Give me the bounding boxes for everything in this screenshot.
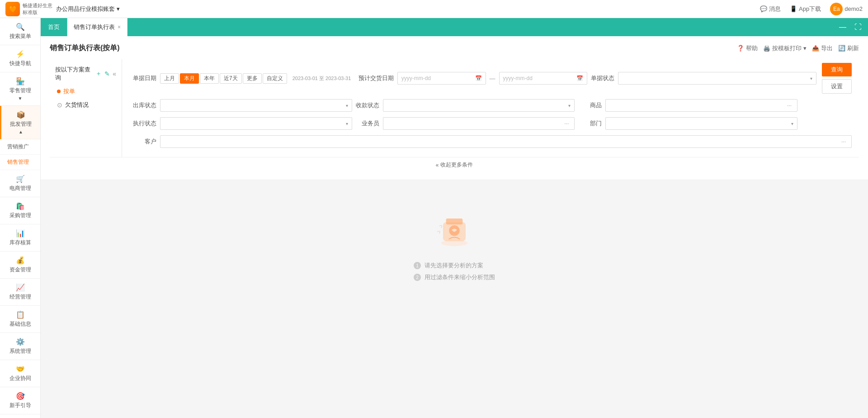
collapse-scheme-btn[interactable]: « — [113, 70, 116, 78]
date-tab-last-7-days[interactable]: 近7天 — [220, 73, 242, 84]
collect-status-filter-group: 收款状态 ▾ — [352, 99, 575, 112]
exec-status-select[interactable]: ▾ — [160, 117, 352, 130]
sidebar-item-purchase[interactable]: 🛍️ 采购管理 — [0, 197, 40, 224]
date-tab-custom[interactable]: 自定义 — [263, 73, 287, 84]
empty-state: 1 请先选择要分析的方案 2 用过滤条件来缩小分析范围 — [41, 180, 868, 309]
tab-close-btn[interactable]: × — [118, 24, 121, 30]
sidebar-item-basic[interactable]: 📋 基础信息 — [0, 306, 40, 333]
sidebar-item-system[interactable]: ⚙️ 系统管理 — [0, 333, 40, 360]
app-download-btn[interactable]: 📱 App下载 — [790, 5, 821, 13]
collapse-more-btn[interactable]: « 收起更多条件 — [50, 157, 859, 172]
date-tab-this-month[interactable]: 本月 — [180, 73, 199, 84]
goods-filter-group: 商品 ··· — [575, 99, 797, 112]
sidebar-item-app-center[interactable]: 📱 应用中心 — [0, 414, 40, 418]
doc-status-label: 单据状态 — [587, 74, 614, 82]
filter-row-4: 客户 ··· — [129, 135, 852, 148]
minimize-window-btn[interactable]: — — [837, 21, 848, 33]
customer-label: 客户 — [129, 138, 156, 146]
refresh-btn[interactable]: 🔄 刷新 — [838, 44, 859, 52]
inventory-icon: 📊 — [16, 229, 25, 238]
salesperson-filter-group: 业务员 ··· — [352, 117, 575, 130]
user-profile[interactable]: Ea demo2 — [830, 3, 863, 15]
doc-status-filter-group: 单据状态 ▾ — [587, 72, 816, 85]
customer-filter-group: 客户 ··· — [129, 135, 852, 148]
exec-status-arrow-icon: ▾ — [346, 121, 348, 126]
tab-sales-order[interactable]: 销售订单执行表 × — [67, 18, 127, 36]
filter-panel: 销售订单执行表(按单) ❓ 帮助 🖨️ 按模板打印 ▾ 📤 — [41, 36, 868, 180]
help-btn[interactable]: ❓ 帮助 — [737, 44, 758, 52]
tab-home[interactable]: 首页 — [41, 18, 67, 36]
message-btn[interactable]: 💬 消息 — [760, 5, 781, 13]
calendar-icon: 📅 — [475, 75, 482, 81]
quick-nav-icon: ⚡ — [16, 50, 25, 58]
print-btn[interactable]: 🖨️ 按模板打印 ▾ — [763, 44, 807, 52]
collect-status-arrow-icon: ▾ — [568, 103, 571, 108]
goods-select[interactable]: ··· — [605, 99, 797, 112]
empty-tip-1: 1 请先选择要分析的方案 — [414, 261, 483, 270]
doc-status-select[interactable]: ▾ — [618, 72, 816, 85]
out-status-filter-group: 出库状态 ▾ — [129, 99, 352, 112]
query-btn[interactable]: 查询 — [822, 63, 852, 76]
empty-illustration — [432, 207, 477, 252]
customer-more-icon[interactable]: ··· — [840, 138, 848, 145]
expected-date-filter-group: 预计交货日期 yyyy-mm-dd 📅 — yyyy-mm-dd 📅 — [359, 72, 588, 85]
expand-icon: ▼ — [18, 96, 23, 101]
add-scheme-btn[interactable]: ＋ — [95, 70, 102, 78]
sidebar-item-wholesale[interactable]: 📦 批发管理 ▲ — [0, 106, 40, 139]
edit-scheme-btn[interactable]: ✎ — [104, 70, 110, 78]
sidebar-item-quick-nav[interactable]: ⚡ 快捷导航 — [0, 45, 40, 72]
maximize-window-btn[interactable]: ⛶ — [853, 21, 863, 33]
ecommerce-icon: 🛒 — [16, 175, 25, 183]
print-arrow-icon: ▾ — [803, 45, 807, 52]
sidebar-item-inventory[interactable]: 📊 库存核算 — [0, 224, 40, 252]
enterprise-icon: 🤝 — [16, 365, 25, 373]
sidebar-item-newbie[interactable]: 🎯 新手引导 — [0, 387, 40, 414]
collect-status-select[interactable]: ▾ — [383, 99, 575, 112]
scheme-item-order[interactable]: 按单 — [53, 85, 118, 98]
operations-icon: 📈 — [16, 283, 25, 292]
goods-more-icon[interactable]: ··· — [785, 102, 793, 109]
date-tab-this-year[interactable]: 本年 — [200, 73, 219, 84]
sidebar-item-operations[interactable]: 📈 经营管理 — [0, 279, 40, 306]
customer-select[interactable]: ··· — [160, 135, 852, 148]
scheme-item-debt[interactable]: ⊙ 欠货情况 — [53, 98, 118, 112]
date-tab-last-month[interactable]: 上月 — [160, 73, 179, 84]
logo[interactable]: 🧡 畅捷通好生意 标准版 — [5, 2, 52, 16]
date-tab-more[interactable]: 更多 — [243, 73, 262, 84]
settings-btn[interactable]: 设置 — [822, 79, 852, 94]
sidebar-sub-item-marketing[interactable]: 营销推广 — [0, 139, 40, 155]
collect-status-label: 收款状态 — [352, 101, 379, 109]
export-icon: 📤 — [812, 45, 819, 52]
expected-date-to[interactable]: yyyy-mm-dd 📅 — [499, 72, 588, 85]
doc-status-arrow-icon: ▾ — [810, 76, 812, 81]
top-bar-right: 💬 消息 📱 App下载 Ea demo2 — [760, 3, 863, 15]
active-dot — [57, 90, 61, 93]
exec-status-label: 执行状态 — [129, 119, 156, 128]
sidebar-item-enterprise[interactable]: 🤝 企业协同 — [0, 360, 40, 387]
expected-date-from[interactable]: yyyy-mm-dd 📅 — [397, 72, 486, 85]
sidebar-item-retail[interactable]: 🏪 零售管理 ▼ — [0, 72, 40, 106]
salesperson-more-icon[interactable]: ··· — [562, 120, 571, 127]
avatar: Ea — [830, 3, 843, 15]
salesperson-select[interactable]: ··· — [383, 117, 575, 130]
system-icon: ⚙️ — [16, 337, 25, 346]
message-icon: 💬 — [760, 5, 767, 12]
export-btn[interactable]: 📤 导出 — [812, 44, 833, 52]
out-status-select[interactable]: ▾ — [160, 99, 352, 112]
sidebar-item-search[interactable]: 🔍 搜索菜单 — [0, 18, 40, 45]
dept-select[interactable]: ▾ — [605, 117, 797, 130]
subtitle-dropdown[interactable]: 办公用品行业模拟账套 ▾ — [56, 5, 120, 13]
calendar2-icon: 📅 — [576, 75, 583, 81]
scheme-icons: ＋ ✎ « — [95, 70, 116, 78]
sidebar-item-finance[interactable]: 💰 资金管理 — [0, 252, 40, 279]
dept-filter-group: 部门 ▾ — [575, 117, 797, 130]
search-icon: 🔍 — [16, 23, 25, 31]
sidebar-sub-item-sales[interactable]: 销售管理 — [0, 155, 40, 170]
svg-rect-2 — [446, 218, 463, 224]
out-status-arrow-icon: ▾ — [346, 103, 348, 108]
retail-icon: 🏪 — [16, 77, 25, 86]
tab-bar: 首页 销售订单执行表 × — ⛶ — [41, 18, 868, 36]
logo-icon: 🧡 — [5, 2, 20, 16]
collapse-icon: ▲ — [19, 129, 23, 134]
sidebar-item-ecommerce[interactable]: 🛒 电商管理 — [0, 170, 40, 197]
